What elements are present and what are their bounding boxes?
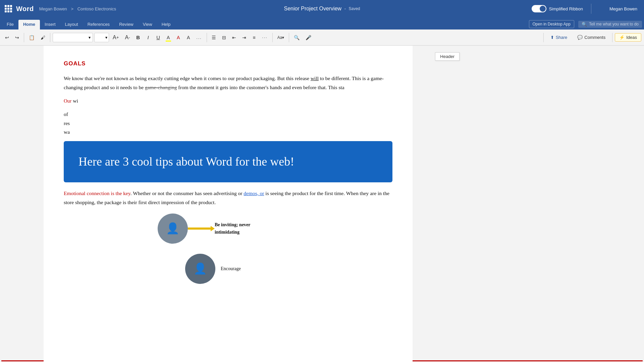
open-desktop-button[interactable]: Open in Desktop App — [529, 20, 574, 28]
font-size-select[interactable]: ▾ — [94, 33, 109, 42]
paragraph-2-partial: Our wi — [64, 97, 392, 106]
user-name[interactable]: Megan Bowen — [606, 6, 641, 11]
document-page[interactable]: GOALS We know that we're not known as be… — [44, 46, 413, 362]
search-box[interactable]: 🔍 Tell me what you want to do — [578, 21, 642, 28]
para2-res: res — [64, 120, 70, 126]
more-paragraph-button[interactable]: ··· — [260, 33, 270, 43]
highlight-icon: A — [167, 35, 170, 40]
highlight-color-bar — [166, 41, 171, 42]
breadcrumb-user[interactable]: Megan Bowen — [39, 6, 67, 11]
toolbar-sep-1 — [24, 33, 24, 42]
font-color-button[interactable]: A — [174, 33, 183, 43]
waffle-menu[interactable] — [3, 4, 13, 14]
bold-button[interactable]: B — [134, 33, 143, 43]
simplified-ribbon-label: Simplified Ribbon — [549, 6, 583, 11]
outdent-button[interactable]: ⇤ — [230, 33, 238, 43]
bullet-list-button[interactable]: ☰ — [209, 33, 218, 43]
share-label: Share — [556, 35, 568, 40]
emotional-heading: Emotional connection is the key — [64, 190, 130, 196]
text-effects-button[interactable]: A — [184, 33, 193, 43]
connector-area — [188, 226, 215, 231]
demos-link[interactable]: demos, or — [244, 190, 264, 196]
tips-banner-text: Here are 3 cool tips about Word for the … — [78, 155, 294, 168]
underline-button[interactable]: U — [154, 33, 163, 43]
tab-insert[interactable]: Insert — [40, 20, 60, 29]
goals-heading: GOALS — [64, 59, 392, 68]
document-title-area: Senior Project Overview - Saved — [284, 6, 360, 12]
title-bar: Word Megan Bowen > Contoso Electronics S… — [0, 0, 644, 17]
infographic-area: 👤 Be inviting; never intimidating 👤 Enco… — [64, 214, 392, 284]
tab-references[interactable]: References — [83, 20, 114, 29]
toolbar-sep-5 — [289, 33, 289, 42]
share-button[interactable]: ⬆ Share — [546, 33, 572, 42]
styles-button[interactable]: Aа▾ — [275, 33, 287, 43]
breadcrumb-org[interactable]: Contoso Electronics — [77, 6, 116, 11]
tab-review[interactable]: Review — [114, 20, 138, 29]
font-grow-button[interactable]: A+ — [110, 33, 121, 43]
toolbar-sep-4 — [272, 33, 273, 42]
emotional-paragraph: Emotional connection is the key. Whether… — [64, 189, 392, 207]
search-icon: 🔍 — [582, 22, 587, 27]
arrow-connector — [188, 226, 215, 231]
tab-help[interactable]: Help — [157, 20, 175, 29]
red-heading-1: Our — [64, 98, 71, 104]
format-painter-button[interactable]: 🖌 — [38, 33, 48, 43]
tips-banner[interactable]: Here are 3 cool tips about Word for the … — [64, 141, 392, 182]
toolbar-sep-7 — [612, 33, 612, 42]
comments-button[interactable]: 💬 Comments — [573, 33, 610, 42]
number-list-button[interactable]: ⊟ — [220, 33, 228, 43]
tab-file[interactable]: File — [2, 20, 18, 29]
infographic-label-1: Be inviting; never intimidating — [215, 222, 250, 235]
dictate-button[interactable]: 🎤 — [303, 33, 314, 43]
document-title[interactable]: Senior Project Overview — [284, 6, 342, 12]
ideas-label: Ideas — [626, 35, 637, 40]
clipboard-button[interactable]: 📋 — [26, 33, 37, 43]
infographic-person-1-container: 👤 Be inviting; never intimidating 👤 Enco… — [158, 214, 268, 284]
person-circle-2: 👤 — [185, 254, 215, 284]
comments-icon: 💬 — [577, 35, 583, 40]
header-tag[interactable]: Header — [435, 52, 460, 61]
para1-underline-word: will — [311, 75, 319, 81]
more-formatting-button[interactable]: ... — [194, 33, 204, 43]
ribbon-tabs-right: Open in Desktop App 🔍 Tell me what you w… — [529, 20, 642, 29]
emotional-para-text: . Whether or not the consumer has seen a… — [130, 190, 244, 196]
right-panel: Header — [413, 46, 456, 362]
person-circle-1: 👤 — [158, 214, 188, 244]
undo-button[interactable]: ↩ — [3, 33, 11, 43]
toolbar-right: ⬆ Share 💬 Comments ⚡ Ideas — [542, 33, 641, 42]
align-button[interactable]: ≡ — [250, 33, 259, 43]
font-dropdown-arrow: ▾ — [89, 35, 91, 40]
ideas-icon: ⚡ — [619, 35, 625, 40]
title-dash: - — [344, 6, 346, 12]
find-button[interactable]: 🔍 — [291, 33, 302, 43]
simplified-ribbon-toggle-area: Simplified Ribbon — [532, 5, 583, 12]
simplified-ribbon-toggle[interactable] — [532, 5, 546, 12]
paragraph-2-rest: of res wa — [64, 110, 392, 136]
title-right-area: Simplified Ribbon Megan Bowen — [532, 4, 641, 14]
breadcrumb: Megan Bowen > Contoso Electronics — [38, 6, 118, 11]
tab-view[interactable]: View — [138, 20, 157, 29]
paragraph-1: We know that we're not known as being ex… — [64, 74, 392, 92]
toolbar-sep-3 — [207, 33, 207, 42]
para1-text: We know that we're not known as being ex… — [64, 75, 311, 81]
para1-strikethrough: game-changing — [145, 84, 177, 90]
para1-cont2: from the moment it gets into the custome… — [177, 84, 344, 90]
highlight-button[interactable]: A — [164, 33, 173, 43]
tab-home[interactable]: Home — [18, 20, 40, 29]
font-color-icon: A — [177, 35, 180, 40]
left-margin — [0, 46, 44, 362]
ideas-button[interactable]: ⚡ Ideas — [615, 33, 641, 42]
redo-button[interactable]: ↪ — [13, 33, 21, 43]
tab-layout[interactable]: Layout — [60, 20, 83, 29]
font-family-select[interactable]: ▾ — [53, 33, 93, 42]
toggle-knob — [540, 6, 546, 12]
font-shrink-button[interactable]: A- — [122, 33, 132, 43]
italic-button[interactable]: I — [144, 33, 153, 43]
indent-button[interactable]: ⇥ — [240, 33, 249, 43]
share-icon: ⬆ — [550, 35, 554, 40]
breadcrumb-sep: > — [71, 6, 73, 11]
app-name: Word — [16, 5, 34, 13]
para2-wi: wi — [73, 98, 78, 104]
infographic-row-2: 👤 Encourage — [185, 254, 241, 284]
toolbar-sep-6 — [543, 33, 544, 42]
